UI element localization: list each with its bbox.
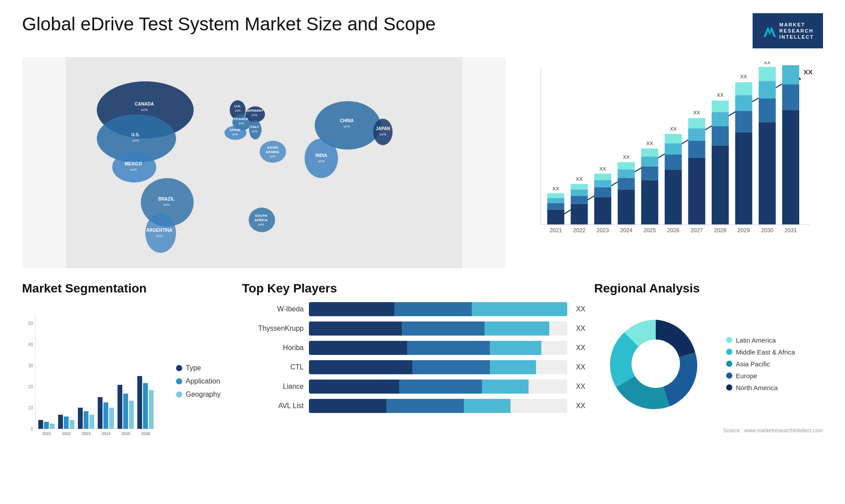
svg-rect-82 <box>735 82 752 95</box>
reg-europe: Europe <box>726 372 795 380</box>
player-row-thyssenkrupp: ThyssenKrupp XX <box>242 321 585 336</box>
player-value-avllist: XX <box>576 402 585 410</box>
segmentation-svg: 0 10 20 30 40 50 2021 <box>22 310 154 451</box>
svg-rect-87 <box>759 67 776 81</box>
reg-north-america: North America <box>726 384 795 391</box>
svg-rect-56 <box>618 169 635 178</box>
svg-text:2025: 2025 <box>121 431 130 436</box>
north-america-dot <box>726 384 732 391</box>
header: Global eDrive Test System Market Size an… <box>22 13 823 48</box>
player-value-ctl: XX <box>576 363 585 371</box>
svg-text:xx%: xx% <box>269 155 275 158</box>
svg-rect-90 <box>782 84 799 110</box>
bar-light <box>482 380 529 394</box>
player-bar-thyssenkrupp <box>309 321 567 336</box>
south-africa-label: SOUTH <box>255 214 267 218</box>
player-row-avllist: AVL List XX <box>242 399 585 413</box>
player-bar-avllist <box>309 399 567 413</box>
svg-text:XX: XX <box>552 186 559 191</box>
india-label: INDIA <box>315 153 327 158</box>
svg-text:2024: 2024 <box>102 431 110 436</box>
key-players-title: Top Key Players <box>242 281 585 296</box>
svg-rect-122 <box>70 420 74 429</box>
svg-text:2022: 2022 <box>573 227 585 234</box>
svg-text:XX: XX <box>599 166 606 172</box>
svg-rect-124 <box>78 408 83 429</box>
japan-label: JAPAN <box>375 126 390 131</box>
svg-text:10: 10 <box>28 405 33 410</box>
svg-rect-91 <box>782 65 799 84</box>
asia-pacific-dot <box>726 361 732 367</box>
svg-rect-60 <box>641 166 658 180</box>
svg-text:2022: 2022 <box>62 431 71 436</box>
svg-rect-52 <box>594 174 611 180</box>
svg-rect-126 <box>89 415 94 429</box>
svg-rect-62 <box>641 149 658 157</box>
middle-east-label: Middle East & Africa <box>736 348 795 356</box>
regional-title: Regional Analysis <box>594 281 823 296</box>
svg-text:0: 0 <box>30 427 33 431</box>
europe-dot <box>726 373 732 379</box>
svg-text:2031: 2031 <box>785 227 797 234</box>
svg-point-4 <box>112 152 156 183</box>
seg-svg-container: 0 10 20 30 40 50 2021 <box>22 310 167 453</box>
north-america-label: North America <box>736 384 778 391</box>
seg-legend: Type Application Geography <box>176 364 233 398</box>
logo-line3: INTELLECT <box>779 34 814 40</box>
argentina-label: ARGENTINA <box>146 228 172 233</box>
svg-rect-118 <box>50 424 55 429</box>
france-label: FRANCE <box>234 117 249 121</box>
segmentation-title: Market Segmentation <box>22 281 233 296</box>
bar-light <box>464 399 511 413</box>
svg-rect-138 <box>149 390 154 429</box>
svg-rect-70 <box>688 141 705 158</box>
svg-text:50: 50 <box>28 321 33 326</box>
svg-rect-77 <box>712 101 729 112</box>
svg-text:2027: 2027 <box>691 227 703 234</box>
svg-text:2026: 2026 <box>141 431 150 436</box>
player-bar-wibeda <box>309 302 567 316</box>
segmentation-section: Market Segmentation 0 10 <box>22 281 233 471</box>
bar-dark <box>309 399 386 413</box>
svg-rect-74 <box>712 146 729 225</box>
svg-text:xx%: xx% <box>258 223 264 226</box>
top-section: CANADA xx% U.S. xx% MEXICO xx% BRAZIL xx… <box>22 57 823 268</box>
svg-rect-79 <box>735 132 752 225</box>
logo-line1: MARKET <box>779 22 805 28</box>
asia-pacific-label: Asia Pacific <box>736 360 770 368</box>
bar-mid <box>407 341 490 355</box>
svg-rect-45 <box>571 196 588 204</box>
svg-text:2024: 2024 <box>620 227 632 234</box>
svg-text:XX: XX <box>804 68 813 76</box>
svg-text:2021: 2021 <box>42 431 51 436</box>
svg-rect-54 <box>618 190 635 225</box>
svg-text:xx%: xx% <box>318 159 324 163</box>
svg-rect-59 <box>641 180 658 224</box>
reg-asia-pacific: Asia Pacific <box>726 360 795 368</box>
svg-marker-0 <box>764 26 776 37</box>
svg-rect-76 <box>712 112 729 126</box>
svg-text:xx%: xx% <box>251 113 257 117</box>
svg-rect-42 <box>547 193 564 198</box>
svg-text:XX: XX <box>740 73 747 79</box>
latin-america-label: Latin America <box>736 336 776 344</box>
svg-rect-46 <box>571 190 588 196</box>
svg-rect-85 <box>759 99 776 122</box>
reg-middle-east: Middle East & Africa <box>726 348 795 356</box>
bar-mid <box>386 399 464 413</box>
svg-point-16 <box>373 119 393 145</box>
svg-rect-47 <box>571 184 588 190</box>
latin-america-dot <box>726 337 732 343</box>
bar-mid <box>399 380 482 394</box>
bar-light <box>485 321 549 336</box>
application-dot <box>176 378 182 384</box>
svg-rect-51 <box>594 180 611 187</box>
player-name-liance: Liance <box>242 383 304 391</box>
svg-rect-64 <box>665 170 682 224</box>
svg-text:xx%: xx% <box>132 139 139 142</box>
regional-section: Regional Analysis <box>594 281 823 471</box>
svg-rect-75 <box>712 126 729 146</box>
svg-text:XX: XX <box>693 110 700 115</box>
svg-rect-136 <box>137 376 142 429</box>
svg-text:40: 40 <box>28 342 33 347</box>
